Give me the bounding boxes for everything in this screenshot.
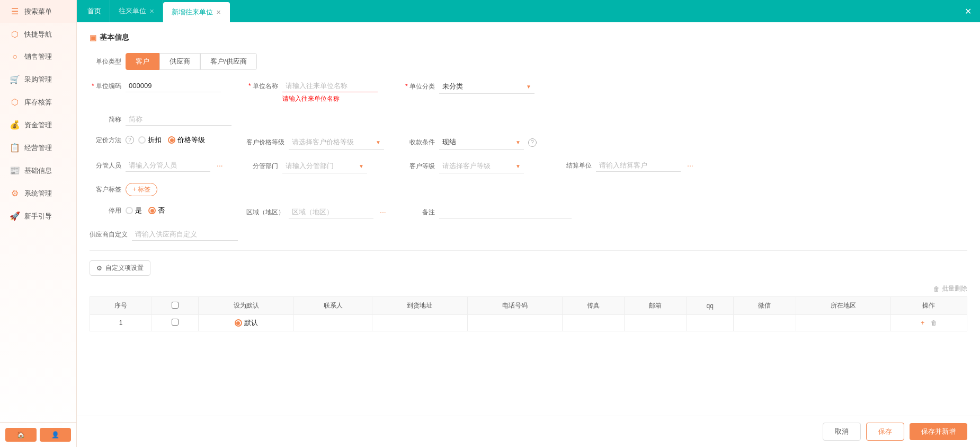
row-actions: + 🗑	[890, 315, 967, 331]
customer-tag-label: 客户标签	[90, 185, 121, 194]
settlement-input[interactable]	[596, 159, 681, 172]
operations-icon: 📋	[10, 143, 20, 153]
unit-name-input[interactable]	[282, 80, 378, 92]
customer-level-select[interactable]: 请选择客户等级 ▼	[439, 159, 524, 173]
row-contact	[293, 315, 372, 331]
close-all-tabs[interactable]: ✕	[958, 6, 978, 16]
sidebar-bottom: 🏠 👤	[0, 422, 76, 447]
sidebar-item-purchase[interactable]: 🛒 采购管理	[0, 68, 76, 91]
sidebar-item-label: 采购管理	[24, 75, 52, 84]
customer-level-placeholder: 请选择客户等级	[442, 161, 491, 171]
col-phone: 电话号码	[467, 297, 562, 315]
divider	[90, 250, 967, 251]
sidebar-item-system[interactable]: ⚙ 系统管理	[0, 182, 76, 205]
add-tag-button[interactable]: + 标签	[126, 183, 157, 196]
unit-category-group: 单位分类 未分类 ▼	[403, 80, 551, 94]
payment-help-icon[interactable]: ?	[528, 138, 537, 147]
pricing-help-icon[interactable]: ?	[126, 136, 134, 144]
pricing-radio-group: 折扣 价格等级	[138, 135, 205, 145]
col-default: 设为默认	[199, 297, 293, 315]
region-more-btn[interactable]: ···	[378, 208, 388, 216]
region-input[interactable]	[289, 206, 373, 218]
radio-no-circle	[148, 207, 156, 214]
type-btn-supplier[interactable]: 供应商	[159, 53, 200, 70]
sidebar-item-label: 系统管理	[24, 189, 52, 198]
department-arrow: ▼	[359, 163, 364, 169]
tab-new-partner-label: 新增往来单位	[172, 7, 213, 17]
cancel-button[interactable]: 取消	[823, 423, 861, 441]
main-area: 首页 往来单位 ✕ 新增往来单位 ✕ ✕ ▣ 基本信息 单位类型 客户 供应商	[77, 0, 980, 447]
customer-price-select[interactable]: 请选择客户价格等级 ▼	[289, 135, 384, 150]
tab-partners-label: 往来单位	[119, 6, 146, 16]
disabled-label: 停用	[90, 206, 121, 215]
row-delete-btn[interactable]: 🗑	[931, 319, 937, 327]
disabled-radio-yes[interactable]: 是	[126, 206, 142, 215]
tab-new-partner[interactable]: 新增往来单位 ✕	[163, 2, 230, 22]
customer-tag-group: 客户标签 + 标签	[90, 183, 238, 196]
payment-terms-arrow: ▼	[515, 139, 521, 145]
tab-new-partner-close[interactable]: ✕	[216, 9, 221, 16]
department-select[interactable]: 请输入分管部门 ▼	[282, 159, 367, 173]
code-name-category-row: 单位编码 单位名称 请输入往来单位名称 单位分类 未分类 ▼	[90, 80, 967, 103]
customer-level-group: 客户等级 请选择客户等级 ▼	[403, 159, 551, 173]
row-checkbox-input[interactable]	[172, 319, 179, 326]
unit-category-arrow: ▼	[526, 84, 531, 90]
batch-delete-label: 批量删除	[942, 284, 967, 293]
user-button[interactable]: 👤	[40, 428, 71, 442]
sidebar-item-finance[interactable]: 💰 资金管理	[0, 113, 76, 136]
bottom-action-bar: 取消 保存 保存并新增	[77, 416, 980, 447]
unit-type-buttons: 客户 供应商 客户/供应商	[126, 53, 257, 70]
abbreviation-row: 简称	[90, 113, 967, 126]
manager-more-btn[interactable]: ···	[215, 161, 225, 170]
payment-terms-group: 收款条件 现结 ▼ ?	[403, 135, 551, 150]
type-btn-customer[interactable]: 客户	[126, 53, 159, 70]
unit-name-group: 单位名称	[246, 80, 395, 92]
customer-level-arrow: ▼	[515, 163, 521, 169]
basic-info-icon: 📰	[10, 165, 20, 176]
search-icon: ☰	[10, 6, 20, 16]
unit-category-select[interactable]: 未分类 ▼	[439, 80, 534, 94]
section-icon: ▣	[90, 33, 96, 42]
sidebar-item-inventory[interactable]: ⬡ 库存核算	[0, 91, 76, 113]
sidebar-item-operations[interactable]: 📋 经营管理	[0, 136, 76, 159]
batch-delete-button[interactable]: 🗑 批量删除	[933, 284, 967, 293]
manager-input[interactable]	[126, 159, 210, 172]
row-default-radio[interactable]: 默认	[203, 318, 289, 328]
customer-price-arrow: ▼	[376, 139, 381, 145]
col-action: 操作	[890, 297, 967, 315]
sidebar-item-label: 基础信息	[24, 166, 52, 176]
select-all-checkbox[interactable]	[172, 302, 179, 309]
unit-code-input[interactable]	[126, 80, 221, 92]
abbreviation-input[interactable]	[126, 113, 231, 126]
col-checkbox	[152, 297, 199, 315]
pricing-radio-discount[interactable]: 折扣	[138, 135, 162, 145]
remark-input[interactable]	[439, 206, 572, 218]
supplier-custom-row: 供应商自定义	[90, 228, 967, 241]
tab-partners[interactable]: 往来单位 ✕	[110, 0, 163, 22]
sidebar-item-quicknav[interactable]: ⬡ 快捷导航	[0, 23, 76, 46]
sidebar-item-basic-info[interactable]: 📰 基础信息	[0, 159, 76, 182]
sidebar-item-search[interactable]: ☰ 搜索菜单	[0, 0, 76, 23]
manager-group: 分管人员 ···	[90, 159, 238, 172]
supplier-custom-input[interactable]	[132, 228, 238, 241]
row-add-btn[interactable]: +	[921, 319, 924, 327]
row-default-label: 默认	[244, 318, 258, 328]
home-button[interactable]: 🏠	[5, 428, 37, 442]
pricing-method-label: 定价方法	[90, 136, 121, 145]
tab-partners-close[interactable]: ✕	[149, 8, 154, 15]
col-region: 所在地区	[796, 297, 890, 315]
disabled-radio-no[interactable]: 否	[148, 206, 165, 215]
save-new-button[interactable]: 保存并新增	[910, 423, 967, 440]
sidebar-item-sales[interactable]: ○ 销售管理	[0, 46, 76, 68]
custom-settings-button[interactable]: ⚙ 自定义项设置	[90, 260, 150, 276]
row-index: 1	[90, 315, 152, 331]
save-button[interactable]: 保存	[866, 423, 904, 441]
payment-terms-select[interactable]: 现结 ▼	[439, 135, 524, 150]
type-btn-both[interactable]: 客户/供应商	[200, 53, 257, 70]
sidebar-item-guide[interactable]: 🚀 新手引导	[0, 205, 76, 227]
manager-label: 分管人员	[90, 161, 121, 170]
pricing-radio-level[interactable]: 价格等级	[168, 135, 205, 145]
settlement-more-btn[interactable]: ···	[685, 161, 696, 170]
tab-home[interactable]: 首页	[79, 0, 110, 22]
pricing-row: 定价方法 ? 折扣 价格等级 客户价格等级 请选择客户价格等级	[90, 135, 967, 150]
